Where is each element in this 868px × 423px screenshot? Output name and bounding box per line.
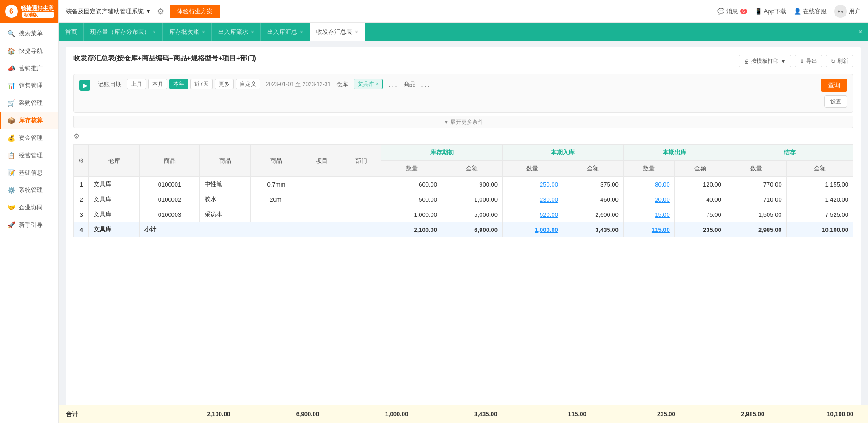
filter-expand-button[interactable]: ▶ [79,80,90,91]
col-group-period-out: 本期出库 [623,145,726,161]
row-in-qty[interactable]: 250.00 [502,177,563,192]
trial-button[interactable]: 体验行业方案 [170,5,220,18]
tab-summary[interactable]: 出入库汇总 × [261,23,310,41]
sidebar-item-finance[interactable]: 💰 资金管理 [0,129,58,147]
sidebar-item-guide-label: 新手引导 [19,221,43,229]
row-index: 1 [74,177,89,192]
row-product-code: 0100003 [139,207,200,222]
row-warehouse: 文具库 [89,207,140,222]
sidebar-item-marketing[interactable]: 📣 营销推广 [0,60,58,77]
export-button[interactable]: ⬇ 导出 [795,55,822,67]
sidebar-item-nav-label: 快捷导航 [19,47,43,55]
sidebar-item-collab[interactable]: 🤝 企业协同 [0,199,58,216]
col-group-inventory-start: 库存期初 [381,145,503,161]
row-product-spec [251,207,302,222]
date-btn-this-month[interactable]: 本月 [148,79,167,89]
sidebar-item-system[interactable]: ⚙️ 系统管理 [0,181,58,199]
warehouse-more-dots[interactable]: ... [388,79,398,89]
tab-flow-close[interactable]: × [251,29,254,35]
print-chevron-icon: ▼ [780,58,786,65]
sidebar-item-operation[interactable]: 📋 经营管理 [0,147,58,164]
tab-flow[interactable]: 出入库流水 × [212,23,261,41]
row-bal-qty: 710.00 [726,192,786,207]
row-out-qty[interactable]: 20.00 [623,192,674,207]
row-bal-qty: 770.00 [726,177,786,192]
refresh-button[interactable]: ↻ 刷新 [826,55,853,67]
date-btn-custom[interactable]: 自定义 [236,79,260,89]
system-name-dropdown[interactable]: 装备及固定资产辅助管理系统 ▼ [66,7,151,16]
goods-label: 商品 [404,80,415,88]
filter-settings-button[interactable]: 设置 [824,95,847,108]
page-title: 收发存汇总表(按仓库+商品编码+商品+规格型号+项目+部门) [73,54,256,63]
export-label: 导出 [806,57,817,65]
sidebar-item-purchase[interactable]: 🛒 采购管理 [0,94,58,112]
expand-more-bar[interactable]: ▼ 展开更多条件 [73,116,853,128]
col-warehouse: 仓库 [89,145,140,177]
sidebar-item-search[interactable]: 🔍 搜索菜单 [0,25,58,42]
row-init-amount: 900.00 [442,177,503,192]
online-service-item[interactable]: 👤 在线客服 [794,7,827,16]
settings-icon[interactable]: ⚙ [157,6,164,16]
home-icon: 🏠 [7,47,15,55]
date-btn-this-year[interactable]: 本年 [169,79,188,89]
tab-summary-close[interactable]: × [300,29,303,35]
print-button[interactable]: 🖨 按模板打印 ▼ [739,55,791,67]
sidebar-item-nav[interactable]: 🏠 快捷导航 [0,42,58,60]
tab-bar-close-btn[interactable]: × [853,28,868,36]
sidebar-item-inventory[interactable]: 📦 库存核算 [0,112,58,129]
row-init-qty: 600.00 [381,177,442,192]
app-download-item[interactable]: 📱 App下载 [755,7,786,16]
subtotal-out-amount: 235.00 [674,222,726,237]
refresh-label: 刷新 [837,57,848,65]
finance-icon: 💰 [7,134,15,142]
system-name-text: 装备及固定资产辅助管理系统 [66,7,144,16]
total-out-qty: 115.00 [505,411,594,418]
row-product-name: 胶水 [200,192,251,207]
goods-more-dots[interactable]: ... [421,79,431,89]
app-badge: 标准版 [22,12,54,18]
tab-batch-label: 库存批次账 [169,28,199,36]
tab-bar: 首页 现存量（库存分布表） × 库存批次账 × 出入库流水 × 出入库汇总 × … [59,23,868,41]
tab-inventory-dist[interactable]: 现存量（库存分布表） × [84,23,163,41]
row-in-qty[interactable]: 230.00 [502,192,563,207]
tab-home[interactable]: 首页 [59,23,84,41]
date-btn-7days[interactable]: 近7天 [190,79,213,89]
warehouse-tag-close[interactable]: × [376,82,379,87]
row-out-qty[interactable]: 80.00 [623,177,674,192]
table-settings-icon[interactable]: ⚙ [73,132,80,141]
col-group-balance: 结存 [726,145,853,161]
warehouse-tag-text: 文具库 [358,80,374,88]
messages-item[interactable]: 💬 消息 6 [717,7,747,16]
sidebar-item-sales[interactable]: 📊 销售管理 [0,77,58,94]
tab-inventory-dist-close[interactable]: × [153,29,156,35]
table-row: 3 文具库 0100003 采访本 1,000.00 5,000.00 520.… [74,207,853,222]
subtotal-out-qty[interactable]: 115.00 [623,222,674,237]
date-range: 2023-01-01 至 2023-12-31 [266,81,331,88]
tab-flow-label: 出入库流水 [218,28,248,36]
app-name: 畅捷通好生意 [21,5,54,12]
header: 装备及固定资产辅助管理系统 ▼ ⚙ 体验行业方案 💬 消息 6 📱 App下载 … [59,0,868,23]
query-button[interactable]: 查询 [821,79,847,92]
sidebar-item-guide[interactable]: 🚀 新手引导 [0,216,58,234]
col-gear: ⚙ [74,145,89,177]
sidebar-menu: 🔍 搜索菜单 🏠 快捷导航 📣 营销推广 📊 销售管理 🛒 采购管理 📦 库存核… [0,23,58,236]
subtotal-in-qty[interactable]: 1,000.00 [502,222,563,237]
sidebar-item-basic[interactable]: 📝 基础信息 [0,164,58,181]
tab-receive-send[interactable]: 收发存汇总表 × [310,23,365,41]
row-in-amount: 460.00 [563,192,623,207]
filter-bar: ▶ 记账日期 上月 本月 本年 近7天 更多 自定义 2023-01-01 至 … [73,74,853,113]
print-icon: 🖨 [744,58,749,65]
tab-receive-send-close[interactable]: × [355,29,358,35]
date-btn-more[interactable]: 更多 [215,79,234,89]
user-item[interactable]: Ea 用户 [834,5,861,18]
header-left: 装备及固定资产辅助管理系统 ▼ ⚙ 体验行业方案 [66,5,220,18]
sidebar-item-operation-label: 经营管理 [19,151,43,159]
row-out-qty[interactable]: 15.00 [623,207,674,222]
tab-batch-close[interactable]: × [202,29,205,35]
logo-icon: 6 [5,5,18,18]
tab-batch[interactable]: 库存批次账 × [163,23,212,41]
row-in-qty[interactable]: 520.00 [502,207,563,222]
date-btn-last-month[interactable]: 上月 [127,79,146,89]
col-group-period-in: 本期入库 [502,145,623,161]
subtotal-row: 4 文具库 小计 2,100.00 6,900.00 1,000.00 3,43… [74,222,853,237]
